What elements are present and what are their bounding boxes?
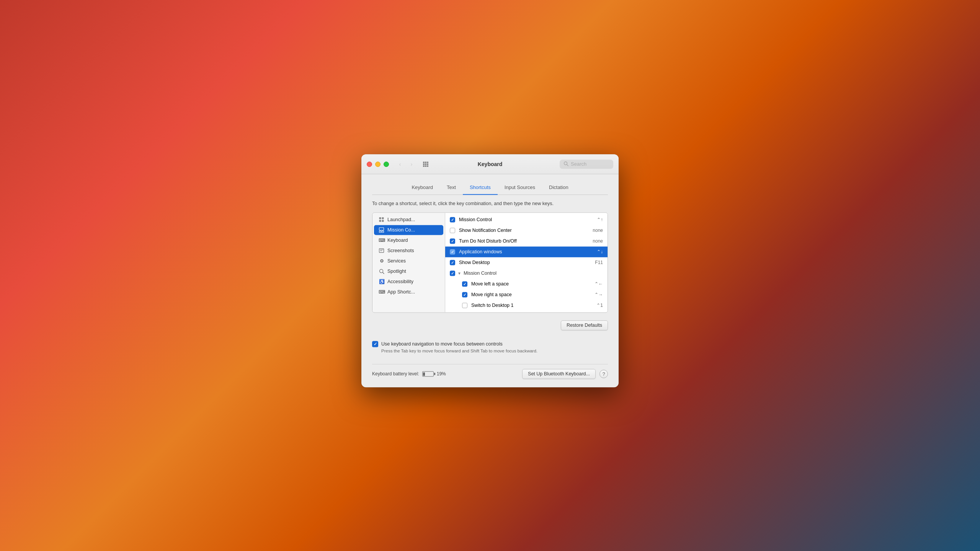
window-title: Keyboard [478,161,503,167]
sidebar-item-services[interactable]: ⚙ Services [374,256,443,266]
shortcut-row-switch-desktop1[interactable]: Switch to Desktop 1 ⌃1 [445,300,608,311]
svg-rect-16 [379,231,381,233]
launchpad-icon [379,217,385,223]
svg-rect-0 [423,161,425,163]
checkbox-move-right[interactable] [462,292,467,297]
accessibility-icon: ♿ [379,279,385,285]
footer-right: Set Up Bluetooth Keyboard... ? [522,369,608,379]
battery-fill [423,372,425,376]
tab-input-sources[interactable]: Input Sources [498,182,542,195]
checkbox-mission-control[interactable] [450,217,455,222]
shortcut-label-app-windows: Application windows [459,249,584,254]
keyboard-preferences-window: ‹ › Keyboard Se [361,154,619,387]
back-arrow[interactable]: ‹ [395,159,405,169]
checkbox-group-mission-control[interactable] [450,271,455,276]
svg-rect-2 [427,161,428,163]
bottom-section: Use keyboard navigation to move focus be… [372,341,608,353]
shortcut-row-app-windows[interactable]: Application windows ⌃↓ [445,246,608,257]
restore-defaults-row: Restore Defaults [372,317,608,331]
sidebar-item-spotlight[interactable]: Spotlight [374,266,443,276]
checkbox-do-not-disturb[interactable] [450,238,455,244]
expand-icon: ▼ [457,271,461,276]
spotlight-icon [379,268,385,274]
checkbox-move-left[interactable] [462,281,467,287]
bluetooth-button[interactable]: Set Up Bluetooth Keyboard... [522,369,596,379]
tab-keyboard[interactable]: Keyboard [405,182,440,195]
keyboard-icon: ⌨ [379,237,385,243]
keyboard-nav-sublabel: Press the Tab key to move focus forward … [381,349,608,353]
sidebar-label-accessibility: Accessibility [387,279,413,284]
svg-rect-5 [427,163,428,165]
minimize-button[interactable] [375,161,381,167]
sidebar-label-services: Services [387,258,406,264]
battery-icon [422,371,434,377]
checkbox-show-notification[interactable] [450,228,455,233]
tab-dictation[interactable]: Dictation [542,182,575,195]
svg-line-20 [383,272,384,274]
tab-bar: Keyboard Text Shortcuts Input Sources Di… [372,182,608,195]
shortcut-row-mission-control[interactable]: Mission Control ⌃↑ [445,214,608,225]
shortcut-key-app-windows: ⌃↓ [584,249,603,254]
shortcut-label-switch-desktop1: Switch to Desktop 1 [471,303,584,308]
footer-row: Keyboard battery level: 19% Set Up Bluet… [372,364,608,379]
keyboard-nav-label: Use keyboard navigation to move focus be… [381,341,503,347]
shortcut-label-show-desktop: Show Desktop [459,260,584,265]
svg-rect-4 [425,163,426,165]
battery-body [422,371,434,377]
shortcut-key-move-right: ⌃→ [584,292,603,297]
titlebar: ‹ › Keyboard Se [361,154,619,174]
battery-label: Keyboard battery level: [372,371,419,377]
shortcut-key-show-notification: none [584,228,603,233]
sidebar-label-mission-control: Mission Co... [387,227,415,233]
svg-rect-8 [427,165,428,167]
svg-rect-17 [382,231,384,233]
keyboard-nav-checkbox[interactable] [372,341,378,347]
shortcut-label-move-right: Move right a space [471,292,584,297]
shortcut-row-show-desktop[interactable]: Show Desktop F11 [445,257,608,268]
checkbox-show-desktop[interactable] [450,260,455,265]
search-box[interactable]: Search [560,160,613,169]
svg-rect-12 [382,217,384,219]
close-button[interactable] [367,161,372,167]
sidebar-label-keyboard: Keyboard [387,238,408,243]
checkbox-switch-desktop1[interactable] [462,303,467,308]
search-icon [564,161,568,167]
restore-defaults-button[interactable]: Restore Defaults [561,320,608,330]
sidebar-item-keyboard[interactable]: ⌨ Keyboard [374,235,443,245]
tab-text[interactable]: Text [440,182,463,195]
main-panel: To change a shortcut, select it, click t… [372,201,608,379]
shortcut-row-move-left[interactable]: Move left a space ⌃← [445,279,608,289]
checkbox-app-windows[interactable] [450,249,455,254]
grid-icon[interactable] [420,159,431,170]
keyboard-nav-row: Use keyboard navigation to move focus be… [372,341,608,347]
shortcut-row-do-not-disturb[interactable]: Turn Do Not Disturb On/Off none [445,236,608,246]
help-button[interactable]: ? [599,370,608,378]
nav-arrows: ‹ › [395,159,416,169]
shortcut-group-mission-control[interactable]: ▼ Mission Control [445,268,608,279]
sidebar-item-accessibility[interactable]: ♿ Accessibility [374,277,443,287]
battery-info: Keyboard battery level: 19% [372,371,446,377]
shortcut-label-mission-control: Mission Control [459,217,584,222]
shortcut-key-move-left: ⌃← [584,281,603,287]
traffic-lights [367,161,389,167]
shortcut-label-show-notification: Show Notification Center [459,228,584,233]
shortcut-key-show-desktop: F11 [584,260,603,265]
shortcut-row-show-notification[interactable]: Show Notification Center none [445,225,608,236]
shortcut-row-move-right[interactable]: Move right a space ⌃→ [445,289,608,300]
shortcuts-panel: Launchpad... Mission Co... [372,212,608,313]
sidebar-item-launchpad[interactable]: Launchpad... [374,215,443,225]
shortcut-label-do-not-disturb: Turn Do Not Disturb On/Off [459,238,584,244]
sidebar-item-app-shortcuts[interactable]: ⌨ App Shortc... [374,287,443,297]
tab-shortcuts[interactable]: Shortcuts [463,182,498,195]
svg-rect-1 [425,161,426,163]
svg-rect-15 [379,228,384,230]
forward-arrow[interactable]: › [407,159,416,169]
sidebar-item-mission-control[interactable]: Mission Co... [374,225,443,235]
maximize-button[interactable] [384,161,389,167]
svg-rect-13 [379,220,381,222]
svg-line-10 [567,165,568,166]
sidebar-label-spotlight: Spotlight [387,269,406,274]
sidebar-item-screenshots[interactable]: Screenshots [374,246,443,256]
mission-control-icon [379,227,385,233]
shortcut-group-label-mission-control: Mission Control [464,271,603,276]
